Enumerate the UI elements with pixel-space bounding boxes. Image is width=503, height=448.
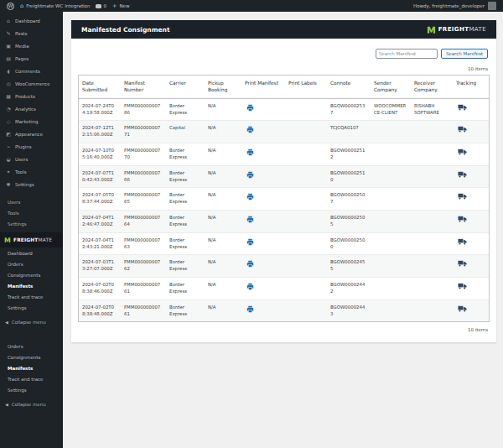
tracking-icon[interactable]	[456, 170, 469, 179]
cell-connote: BGOW00002505	[327, 211, 371, 232]
cell-date-submitted: 2024-07-02T08:38:48.000Z	[79, 300, 121, 322]
search-manifest-button[interactable]: Search Manifest	[441, 49, 488, 59]
cell-sender-company	[371, 278, 411, 300]
tracking-icon[interactable]	[456, 148, 469, 156]
sidebar-item[interactable]: Consignments	[0, 269, 63, 280]
sidebar-item[interactable]: Track and trace	[0, 373, 63, 384]
sidebar-item[interactable]: ◖ Comments	[0, 65, 63, 77]
print-manifest-icon[interactable]	[245, 125, 256, 134]
howdy-text[interactable]: Howdy, freightmate_developer	[413, 3, 485, 8]
cell-carrier: Border Express	[166, 233, 205, 255]
sidebar-item[interactable]: ◩ Appearance	[0, 128, 63, 140]
sidebar-item[interactable]: ✎ Posts	[0, 27, 63, 39]
sidebar-item-label: Manifests	[8, 366, 33, 371]
tracking-icon[interactable]	[456, 259, 469, 268]
freightmate-brand-text: FREIGHTMATE	[13, 237, 52, 242]
cell-tracking	[453, 121, 489, 143]
wordpress-logo-icon[interactable]: W	[7, 3, 14, 10]
sidebar-item[interactable]: ✱ Settings	[0, 178, 63, 190]
sidebar-freightmate-brand[interactable]: FREIGHTMATE	[0, 232, 63, 247]
tracking-icon[interactable]	[456, 192, 469, 201]
comment-count: 0	[103, 3, 106, 8]
sidebar-item[interactable]: Track and trace	[0, 291, 63, 302]
sidebar-item[interactable]: Consignments	[0, 352, 63, 362]
column-header-label: Sender Company	[374, 81, 397, 92]
sidebar-item[interactable]: Orders	[0, 341, 63, 352]
sidebar-item[interactable]: Tools	[0, 207, 63, 218]
sidebar-item[interactable]: ⌁ Plugins	[0, 140, 63, 153]
cell-receiver-company	[411, 233, 453, 255]
cell-tracking	[453, 188, 489, 210]
cell-sender-company	[371, 233, 411, 255]
sidebar-item[interactable]: ⌂ Dashboard	[0, 14, 63, 27]
tracking-icon[interactable]	[456, 237, 469, 246]
admin-bar-comments[interactable]: 0	[96, 3, 106, 8]
cell-manifest-number: FMM00000000761	[121, 278, 166, 300]
dashboard-icon: ⌂	[5, 18, 12, 23]
print-manifest-icon[interactable]	[245, 259, 256, 268]
print-manifest-icon[interactable]	[245, 103, 256, 112]
cell-print-manifest	[241, 188, 285, 210]
cell-sender-company	[371, 188, 411, 210]
tracking-icon[interactable]	[456, 125, 469, 133]
table-row: 2024-07-05T08:37:44.000Z FMM00000000765 …	[79, 188, 489, 211]
print-manifest-icon[interactable]	[245, 148, 256, 157]
sidebar-item-label: Dashboard	[8, 251, 33, 256]
column-header-label: Manifest Number	[124, 81, 145, 92]
users-icon: ◒	[5, 157, 12, 162]
print-manifest-icon[interactable]	[245, 237, 256, 247]
sidebar-separator	[0, 190, 63, 196]
sidebar-item-label: Posts	[15, 31, 27, 36]
tracking-icon[interactable]	[456, 103, 469, 112]
analytics-icon: ◔	[5, 107, 12, 112]
admin-bar-new[interactable]: + New	[112, 3, 129, 9]
sidebar-item[interactable]: Settings	[0, 384, 63, 395]
sidebar-item[interactable]: ▦ Products	[0, 90, 63, 102]
sidebar-item[interactable]: ✦ Tools	[0, 165, 63, 178]
cell-pickup-booking: N/A	[205, 143, 241, 165]
print-manifest-icon[interactable]	[245, 170, 256, 180]
sidebar-item[interactable]: ▣ Media	[0, 39, 63, 52]
sidebar-item[interactable]: Manifests	[0, 280, 63, 291]
sidebar-item-label: Media	[15, 44, 29, 49]
sidebar-item[interactable]: ◔ Analytics	[0, 102, 63, 115]
search-row: Search Manifest	[80, 49, 488, 59]
cell-print-labels	[285, 121, 327, 143]
sidebar-item[interactable]: Users	[0, 196, 63, 207]
print-manifest-icon[interactable]	[245, 215, 256, 224]
cell-tracking	[453, 300, 489, 322]
sidebar-item[interactable]: ◇ Marketing	[0, 115, 63, 128]
collapse-menu-label: Collapse menu	[12, 402, 46, 407]
cell-manifest-number: FMM00000000770	[121, 143, 166, 165]
table-row: 2024-07-04T12:43:21.000Z FMM00000000763 …	[79, 233, 489, 256]
column-header-label: Carrier	[169, 81, 186, 86]
marketing-icon: ◇	[5, 119, 12, 124]
tracking-icon[interactable]	[456, 215, 469, 223]
sidebar-item[interactable]: ◒ Users	[0, 153, 63, 165]
sidebar-item[interactable]: ◎ WooCommerce	[0, 77, 63, 90]
sidebar-item-label: Marketing	[15, 119, 38, 124]
sidebar-item-label: Orders	[8, 344, 23, 349]
collapse-menu-button[interactable]: ◀ Collapse menu	[0, 398, 63, 411]
sidebar-item[interactable]: Settings	[0, 302, 63, 313]
admin-bar-site-link[interactable]: ⌂ Freightmate WC Integration	[20, 3, 90, 9]
sidebar-item[interactable]: ▤ Pages	[0, 52, 63, 65]
print-manifest-icon[interactable]	[245, 192, 256, 201]
cell-receiver-company	[411, 143, 453, 165]
avatar[interactable]	[488, 2, 496, 10]
sidebar-item-label: Plugins	[15, 144, 32, 149]
sidebar-item[interactable]: Orders	[0, 258, 63, 269]
cell-print-labels	[285, 99, 327, 121]
cell-print-labels	[285, 255, 327, 277]
print-manifest-icon[interactable]	[245, 305, 256, 314]
sidebar-item[interactable]: Dashboard	[0, 247, 63, 258]
print-manifest-icon[interactable]	[245, 282, 256, 291]
collapse-menu-button[interactable]: ◀ Collapse menu	[0, 315, 63, 329]
tracking-icon[interactable]	[456, 305, 469, 313]
search-input[interactable]	[376, 49, 438, 59]
sidebar-item[interactable]: Settings	[0, 218, 63, 229]
tracking-icon[interactable]	[456, 282, 469, 290]
cell-receiver-company	[411, 121, 453, 143]
freightmate-header-logo: FREIGHTMATE	[427, 25, 486, 34]
sidebar-item[interactable]: Manifests	[0, 362, 63, 373]
